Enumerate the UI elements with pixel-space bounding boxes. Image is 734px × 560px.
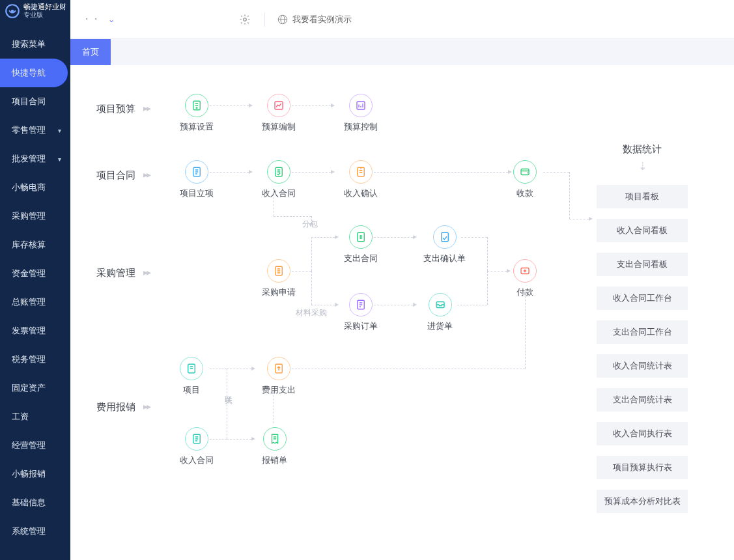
node-receive[interactable]: 收款 <box>513 160 537 199</box>
node-purchase-order[interactable]: 采购订单 <box>344 293 378 332</box>
sidebar-item-label: 搜索菜单 <box>12 38 46 50</box>
node-expense-contract[interactable]: 支出合同 <box>344 225 378 264</box>
edge-label-subcontract: 分包 <box>302 219 318 230</box>
org-name: ・・ <box>82 14 100 25</box>
node-label: 收入确认 <box>344 188 378 199</box>
node-label: 报销单 <box>262 455 287 466</box>
connector <box>374 172 508 173</box>
connector <box>569 172 570 219</box>
stat-button[interactable]: 预算成本分析对比表 <box>597 490 688 513</box>
stat-label: 项目看板 <box>625 191 659 203</box>
node-project[interactable]: 项目 <box>180 357 203 396</box>
connector <box>374 305 413 305</box>
sidebar-item-9[interactable]: 总账管理 <box>0 288 70 316</box>
node-reimburse[interactable]: 报销单 <box>262 427 287 466</box>
sidebar-item-17[interactable]: 系统管理 <box>0 517 70 546</box>
org-selector[interactable]: ・・ ⌄ <box>82 14 225 25</box>
sidebar-item-16[interactable]: 基础信息 <box>0 488 70 517</box>
stat-label: 预算成本分析对比表 <box>604 496 681 507</box>
stat-button[interactable]: 收入合同看板 <box>597 219 688 242</box>
stat-button[interactable]: 项目看板 <box>597 185 688 208</box>
topbar: ・・ ⌄ 我要看实例演示 <box>70 0 734 39</box>
connector <box>274 392 274 423</box>
sidebar-item-label: 小畅电商 <box>12 182 46 193</box>
document-money-icon <box>349 225 373 249</box>
node-purchase-req[interactable]: 采购申请 <box>262 259 296 298</box>
node-budget-setup[interactable]: 预算设置 <box>180 94 214 133</box>
node-goods-in[interactable]: 进货单 <box>427 293 453 332</box>
node-budget-edit[interactable]: 预算编制 <box>262 94 296 133</box>
stat-button[interactable]: 收入合同执行表 <box>597 422 688 445</box>
svg-point-2 <box>244 18 247 21</box>
stat-label: 支出合同看板 <box>617 259 668 270</box>
row-arrow-icon: ▸▸ <box>143 267 150 277</box>
sidebar-item-10[interactable]: 发票管理 <box>0 316 70 345</box>
document-check-icon <box>267 160 290 184</box>
connector <box>543 172 569 173</box>
sidebar-item-label: 项目合同 <box>12 96 46 107</box>
connector <box>311 237 312 271</box>
node-label: 项目立项 <box>180 188 214 199</box>
node-label: 预算设置 <box>180 121 214 133</box>
edge-label-material: 材料采购 <box>296 307 327 318</box>
sidebar-item-label: 小畅报销 <box>12 468 46 480</box>
sidebar-item-11[interactable]: 税务管理 <box>0 345 70 374</box>
connector <box>210 105 249 106</box>
sidebar-item-6[interactable]: 采购管理 <box>0 202 70 231</box>
request-icon <box>267 259 290 283</box>
node-expense-confirm[interactable]: 支出确认单 <box>423 225 466 264</box>
row-arrow-icon: ▸▸ <box>143 169 150 180</box>
demo-link-label: 我要看实例演示 <box>292 14 352 25</box>
node-income-confirm[interactable]: 收入确认 <box>344 160 378 199</box>
stat-button[interactable]: 项目预算执行表 <box>597 456 688 479</box>
sidebar-item-14[interactable]: 经营管理 <box>0 431 70 460</box>
node-label: 采购订单 <box>344 320 378 332</box>
sidebar-item-2[interactable]: 项目合同 <box>0 87 70 116</box>
node-expense-out[interactable]: 费用支出 <box>262 357 296 396</box>
node-label: 进货单 <box>427 320 453 332</box>
stat-button[interactable]: 收入合同工作台 <box>597 287 688 310</box>
stat-label: 收入合同看板 <box>617 225 668 236</box>
sidebar-item-13[interactable]: 工资 <box>0 402 70 431</box>
stat-button[interactable]: 支出合同看板 <box>597 253 688 276</box>
node-label: 采购申请 <box>262 287 296 298</box>
connector <box>311 271 312 305</box>
sidebar-item-3[interactable]: 零售管理▾ <box>0 116 70 145</box>
chevron-down-icon: ▾ <box>58 156 61 163</box>
connector <box>487 271 488 305</box>
node-label: 预算控制 <box>344 121 378 133</box>
stats-title: 数据统计 <box>623 143 662 156</box>
sidebar-item-label: 发票管理 <box>12 325 46 337</box>
sidebar-item-12[interactable]: 固定资产 <box>0 374 70 402</box>
stat-button[interactable]: 支出合同工作台 <box>597 320 688 344</box>
edition-label: 专业版 <box>23 11 66 19</box>
sidebar-item-4[interactable]: 批发管理▾ <box>0 145 70 173</box>
sidebar-item-1[interactable]: 快捷导航 <box>0 59 68 87</box>
demo-link[interactable]: 我要看实例演示 <box>277 14 352 25</box>
confirm-doc-icon <box>433 225 457 249</box>
connector <box>274 190 274 216</box>
svg-rect-7 <box>357 102 365 109</box>
sidebar-item-label: 零售管理 <box>12 124 46 136</box>
stat-button[interactable]: 支出合同统计表 <box>597 388 688 412</box>
stat-button[interactable]: 收入合同统计表 <box>597 354 688 378</box>
gear-icon[interactable] <box>237 12 253 27</box>
stat-label: 项目预算执行表 <box>613 462 672 473</box>
tab-home[interactable]: 首页 <box>70 39 111 65</box>
globe-icon <box>277 14 289 25</box>
node-budget-control[interactable]: 预算控制 <box>344 94 378 133</box>
node-income-contract2[interactable]: 收入合同 <box>180 427 214 466</box>
sidebar-item-7[interactable]: 库存核算 <box>0 231 70 259</box>
connector <box>227 439 251 440</box>
stat-label: 支出合同统计表 <box>613 394 672 406</box>
sidebar-item-5[interactable]: 小畅电商 <box>0 173 70 202</box>
node-label: 支出合同 <box>344 253 378 264</box>
sidebar-item-15[interactable]: 小畅报销 <box>0 460 70 488</box>
node-project-init[interactable]: 项目立项 <box>180 160 214 199</box>
node-income-contract[interactable]: 收入合同 <box>262 160 296 199</box>
sidebar-item-label: 税务管理 <box>12 354 46 365</box>
sidebar-item-0[interactable]: 搜索菜单 <box>0 30 70 59</box>
divider <box>264 12 265 27</box>
row-label-expense: 费用报销 <box>96 401 135 413</box>
sidebar-item-8[interactable]: 资金管理 <box>0 259 70 288</box>
